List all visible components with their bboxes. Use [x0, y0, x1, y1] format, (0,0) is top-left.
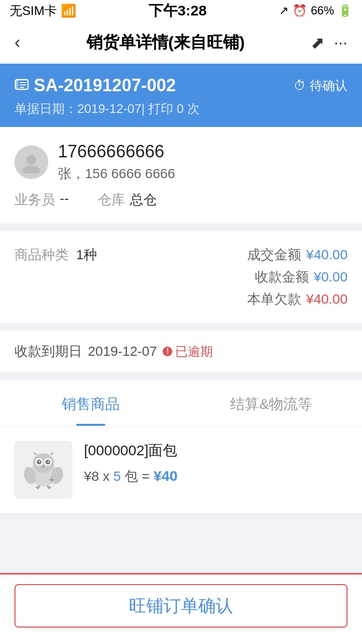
svg-rect-1	[15, 80, 18, 89]
svg-point-13	[39, 461, 41, 462]
due-date-value: 2019-12-07	[88, 344, 157, 359]
svg-marker-16	[33, 451, 38, 455]
owed-value: ¥40.00	[306, 292, 348, 307]
overdue-icon: !	[163, 347, 172, 356]
svg-marker-17	[49, 451, 54, 455]
tabs-bar: 销售商品 结算&物流等	[0, 380, 362, 426]
order-id: SA-20191207-002	[14, 75, 176, 96]
owed-label: 本单欠款	[247, 290, 301, 308]
overdue-badge: ! 已逾期	[163, 343, 213, 360]
status-bar-time: 下午3:28	[149, 1, 207, 21]
sim-status: 无SIM卡	[10, 2, 57, 19]
price-total: ¥40	[153, 468, 178, 484]
customer-section: 17666666666 张，156 6666 6666 业务员 -- 仓库 总仓	[0, 127, 362, 224]
order-header: SA-20191207-002 ⏱ 待确认 单据日期：2019-12-07| 打…	[0, 64, 362, 127]
order-date: 单据日期：2019-12-07| 打印 0 次	[14, 100, 348, 117]
tab-sales-product[interactable]: 销售商品	[0, 380, 181, 426]
battery-icon: 🔋	[338, 4, 352, 17]
warehouse-value: 总仓	[130, 191, 157, 209]
product-info: [0000002]面包 ¥8 x 5 包 = ¥40	[84, 441, 348, 486]
status-bar: 无SIM卡 📶 下午3:28 ↗ ⏰ 66% 🔋	[0, 0, 362, 21]
status-bar-left: 无SIM卡 📶	[10, 2, 76, 19]
kind-value: 1种	[76, 247, 97, 262]
sales-value: --	[60, 191, 69, 209]
svg-text:+: +	[49, 475, 55, 485]
price-unit: 包	[125, 469, 138, 484]
more-icon[interactable]: ···	[334, 33, 348, 52]
product-price: ¥8 x 5 包 = ¥40	[84, 467, 348, 486]
svg-point-6	[23, 166, 40, 173]
product-thumbnail: +	[14, 441, 72, 499]
price-qty: 5	[113, 469, 121, 484]
kind-label: 商品种类	[14, 247, 69, 262]
customer-meta: 业务员 -- 仓库 总仓	[14, 191, 348, 209]
avatar	[14, 145, 48, 179]
deal-value: ¥40.00	[306, 247, 348, 263]
warehouse-label: 仓库	[98, 191, 125, 209]
due-section: 收款到期日 2019-12-07 ! 已逾期	[0, 331, 362, 372]
confirm-button[interactable]: 旺铺订单确认	[14, 584, 348, 628]
order-id-text: SA-20191207-002	[34, 75, 176, 96]
sales-label: 业务员	[14, 191, 55, 209]
bottom-bar: 旺铺订单确认	[0, 573, 362, 644]
customer-phone: 17666666666	[58, 141, 175, 162]
order-status: ⏱ 待确认	[293, 77, 348, 94]
nav-bar: ‹ 销货单详情(来自旺铺) ⬈ ···	[0, 21, 362, 64]
status-clock-icon: ⏱	[293, 78, 306, 93]
receive-value: ¥0.00	[314, 269, 348, 285]
tab-active-indicator	[76, 424, 105, 426]
location-icon: ↗	[279, 4, 289, 17]
due-date-label: 收款到期日	[14, 342, 82, 361]
overdue-text: 已逾期	[175, 343, 213, 360]
product-section: + [0000002]面包 ¥8 x 5 包 = ¥40	[0, 426, 362, 513]
amounts-section: 商品种类 1种 成交金额 ¥40.00 收款金额 ¥0.00 本单欠款 ¥40.…	[0, 231, 362, 323]
share-icon[interactable]: ⬈	[311, 33, 324, 52]
alarm-icon: ⏰	[292, 4, 307, 17]
back-button[interactable]: ‹	[14, 32, 20, 53]
receive-label: 收款金额	[255, 268, 309, 286]
battery-status: 66%	[311, 4, 334, 17]
price-multiplier: x	[103, 469, 110, 484]
price-per-unit: ¥8	[84, 469, 99, 484]
tab-settlement[interactable]: 结算&物流等	[181, 380, 362, 426]
svg-point-14	[48, 461, 49, 462]
tabs-section: 销售商品 结算&物流等	[0, 380, 362, 513]
nav-actions: ⬈ ···	[311, 33, 348, 52]
status-text: 待确认	[310, 77, 348, 94]
product-name: [0000002]面包	[84, 441, 348, 461]
svg-point-5	[27, 155, 36, 165]
price-equals: =	[142, 469, 150, 484]
customer-sub-info: 张，156 6666 6666	[58, 165, 175, 183]
order-id-icon	[14, 75, 29, 96]
status-bar-right: ↗ ⏰ 66% 🔋	[279, 4, 352, 17]
page-title: 销货单详情(来自旺铺)	[86, 31, 245, 54]
deal-label: 成交金额	[247, 246, 301, 264]
product-kind: 商品种类 1种	[14, 246, 97, 264]
wifi-icon: 📶	[61, 3, 76, 18]
amounts-right: 成交金额 ¥40.00 收款金额 ¥0.00 本单欠款 ¥40.00	[247, 246, 348, 308]
